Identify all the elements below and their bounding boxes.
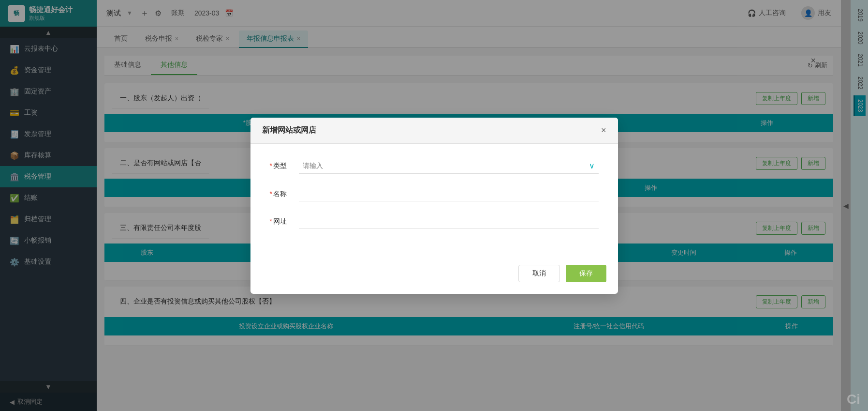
- save-button[interactable]: 保存: [566, 265, 606, 282]
- name-label: *名称: [270, 190, 299, 198]
- dialog-title: 新增网站或网店: [262, 125, 316, 136]
- dialog-close-button[interactable]: ×: [601, 126, 606, 135]
- type-select-wrapper[interactable]: ∨: [299, 158, 599, 174]
- url-label: *网址: [270, 217, 299, 226]
- dialog-footer: 取消 保存: [250, 257, 618, 294]
- field-name: *名称: [270, 187, 599, 201]
- field-url: *网址: [270, 215, 599, 229]
- dialog-body: *类型 ∨ *名称 *网址: [250, 144, 618, 257]
- type-required-mark: *: [270, 162, 272, 169]
- cancel-button[interactable]: 取消: [518, 265, 560, 282]
- name-input[interactable]: [299, 187, 599, 201]
- name-required-mark: *: [270, 190, 272, 198]
- field-type: *类型 ∨: [270, 158, 599, 174]
- dialog-header: 新增网站或网店 ×: [250, 118, 618, 144]
- chevron-down-icon: ∨: [589, 161, 595, 170]
- url-required-mark: *: [270, 217, 272, 225]
- add-website-dialog: 新增网站或网店 × *类型 ∨ *名称 *网址: [250, 118, 618, 294]
- url-input[interactable]: [299, 215, 599, 229]
- type-label: *类型: [270, 162, 299, 170]
- dialog-overlay: 新增网站或网店 × *类型 ∨ *名称 *网址: [0, 0, 868, 411]
- type-input[interactable]: [303, 162, 589, 169]
